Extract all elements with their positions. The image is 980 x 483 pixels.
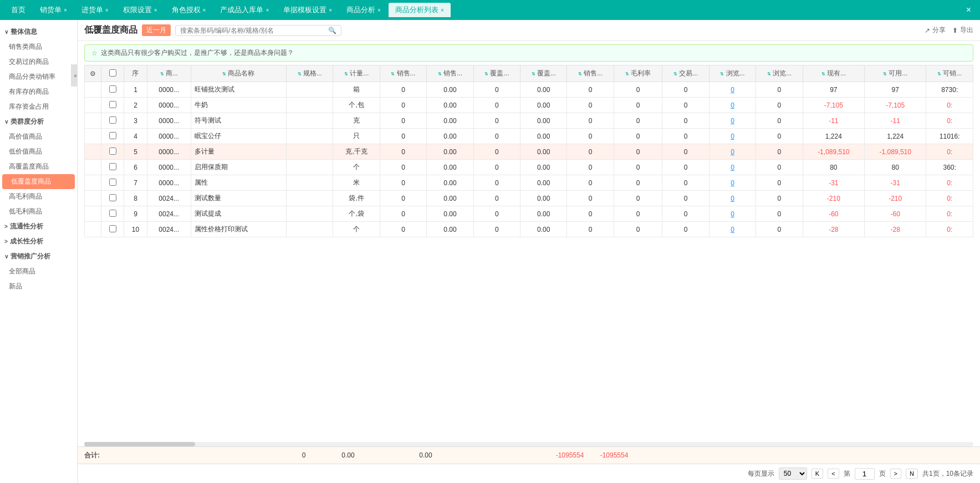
row-checkbox[interactable] [109, 116, 116, 124]
col-spec[interactable]: ⇅ 规格... [286, 65, 333, 82]
sidebar-item-new-goods[interactable]: 新品 [0, 279, 77, 294]
window-close-button[interactable]: × [962, 5, 976, 15]
col-browse2[interactable]: ⇅ 浏览... [756, 65, 803, 82]
share-button[interactable]: ↗ 分享 [925, 26, 946, 35]
row-checkbox[interactable] [109, 101, 116, 108]
sidebar-collapse-button[interactable]: « [71, 64, 78, 87]
first-page-button[interactable]: K [811, 469, 823, 479]
select-all-checkbox[interactable] [109, 69, 116, 77]
sidebar-item-high-profit[interactable]: 高毛利商品 [0, 189, 77, 204]
prev-page-button[interactable]: < [828, 469, 839, 479]
col-gross-rate[interactable]: ⇅ 毛利率 [614, 65, 662, 82]
nav-item-role[interactable]: 角色授权 × [165, 3, 213, 17]
cell-browse1[interactable]: 0 [709, 144, 756, 160]
search-input[interactable] [180, 27, 326, 34]
page-number-input[interactable] [855, 468, 875, 480]
cell-checkbox[interactable] [101, 144, 124, 160]
row-checkbox[interactable] [109, 132, 116, 139]
table-container[interactable]: ⚙ 序 ⇅ 商... ⇅ 商品名称 ⇅ 规格... ⇅ 计量... ⇅ 销售..… [84, 65, 973, 442]
row-checkbox[interactable] [109, 163, 116, 170]
col-unit[interactable]: ⇅ 计量... [333, 65, 380, 82]
sidebar-section-circulation[interactable]: > 流通性分析 [0, 219, 77, 234]
col-settings[interactable]: ⚙ [85, 65, 101, 82]
sidebar-item-stock-goods[interactable]: 有库存的商品 [0, 84, 77, 99]
cell-browse1[interactable]: 0 [709, 113, 756, 129]
page-suffix-label: 页 [879, 469, 886, 479]
sidebar-section-cluster[interactable]: ∨ 类群度分析 [0, 114, 77, 129]
nav-template-close[interactable]: × [329, 7, 332, 13]
col-sales-detail[interactable]: ⇅ 销售... [567, 65, 614, 82]
col-code[interactable]: ⇅ 商... [147, 65, 191, 82]
nav-role-close[interactable]: × [203, 7, 206, 13]
sidebar-item-stock-capital[interactable]: 库存资金占用 [0, 99, 77, 114]
cell-browse1[interactable]: 0 [709, 82, 756, 98]
cell-checkbox[interactable] [101, 82, 124, 98]
row-checkbox[interactable] [109, 179, 116, 186]
col-current-stock[interactable]: ⇅ 现有... [803, 65, 864, 82]
row-checkbox[interactable] [109, 210, 116, 217]
nav-analysis-list-close[interactable]: × [441, 7, 444, 13]
cell-browse1[interactable]: 0 [709, 98, 756, 113]
horizontal-scrollbar[interactable] [84, 442, 973, 446]
col-name[interactable]: ⇅ 商品名称 [191, 65, 286, 82]
sidebar-item-low-profit[interactable]: 低毛利商品 [0, 204, 77, 219]
cell-browse1[interactable]: 0 [709, 175, 756, 191]
sidebar-item-high-coverage[interactable]: 高覆盖度商品 [0, 159, 77, 174]
col-cov1[interactable]: ⇅ 覆盖... [473, 65, 520, 82]
cell-browse1[interactable]: 0 [709, 222, 756, 237]
row-checkbox[interactable] [109, 148, 116, 155]
col-sales-amt[interactable]: ⇅ 销售... [427, 65, 473, 82]
last-page-button[interactable]: N [906, 469, 918, 479]
nav-item-sales[interactable]: 销货单 × [33, 3, 74, 17]
nav-item-product[interactable]: 产成品入库单 × [213, 3, 275, 17]
cell-checkbox[interactable] [101, 206, 124, 222]
cell-checkbox[interactable] [101, 113, 124, 129]
cell-browse1[interactable]: 0 [709, 160, 756, 175]
cell-checkbox[interactable] [101, 129, 124, 144]
nav-item-permission[interactable]: 权限设置 × [116, 3, 164, 17]
nav-item-analysis[interactable]: 商品分析 × [340, 3, 387, 17]
sidebar-item-low-coverage[interactable]: 低覆盖度商品 [2, 174, 75, 189]
row-checkbox[interactable] [109, 85, 116, 93]
nav-product-close[interactable]: × [266, 7, 269, 13]
sidebar-section-growth[interactable]: > 成长性分析 [0, 234, 77, 249]
nav-sales-close[interactable]: × [64, 7, 67, 13]
cell-browse1[interactable]: 0 [709, 206, 756, 222]
sidebar-item-high-value[interactable]: 高价值商品 [0, 129, 77, 144]
col-transaction[interactable]: ⇅ 交易... [662, 65, 709, 82]
col-saleable[interactable]: ⇅ 可销... [926, 65, 973, 82]
cell-checkbox[interactable] [101, 175, 124, 191]
sidebar-section-marketing[interactable]: ∨ 营销推广分析 [0, 249, 77, 264]
cell-checkbox[interactable] [101, 98, 124, 113]
row-checkbox[interactable] [109, 194, 116, 201]
scrollbar-thumb[interactable] [84, 442, 195, 446]
nav-item-purchase[interactable]: 进货单 × [75, 3, 115, 17]
sidebar-item-category-rate[interactable]: 商品分类动销率 [0, 69, 77, 84]
cell-browse1[interactable]: 0 [709, 191, 756, 206]
cell-checkbox[interactable] [101, 191, 124, 206]
nav-item-analysis-list[interactable]: 商品分析列表 × [389, 3, 451, 17]
export-button[interactable]: ⬆ 导出 [952, 26, 973, 35]
time-filter-button[interactable]: 近一月 [142, 24, 171, 36]
sidebar-section-overall[interactable]: ∨ 整体信息 [0, 24, 77, 39]
row-checkbox[interactable] [109, 225, 116, 232]
cell-checkbox[interactable] [101, 222, 124, 237]
col-browse1[interactable]: ⇅ 浏览... [709, 65, 756, 82]
nav-item-home[interactable]: 首页 [4, 3, 32, 17]
nav-analysis-close[interactable]: × [377, 7, 381, 13]
per-page-select[interactable]: 50 100 200 [779, 467, 807, 480]
cell-checkbox[interactable] [101, 160, 124, 175]
sidebar-item-all-goods[interactable]: 全部商品 [0, 264, 77, 279]
cell-browse1[interactable]: 0 [709, 129, 756, 144]
nav-permission-close[interactable]: × [154, 7, 157, 13]
col-checkbox-header[interactable] [101, 65, 124, 82]
next-page-button[interactable]: > [890, 469, 901, 479]
nav-item-template[interactable]: 单据模板设置 × [277, 3, 339, 17]
sidebar-item-low-value[interactable]: 低价值商品 [0, 144, 77, 159]
sidebar-item-sales-goods[interactable]: 销售类商品 [0, 39, 77, 54]
nav-purchase-close[interactable]: × [105, 7, 109, 13]
col-available[interactable]: ⇅ 可用... [865, 65, 926, 82]
col-sales-qty[interactable]: ⇅ 销售... [380, 65, 426, 82]
sidebar-item-traded-goods[interactable]: 交易过的商品 [0, 54, 77, 69]
col-cov2[interactable]: ⇅ 覆盖... [520, 65, 567, 82]
